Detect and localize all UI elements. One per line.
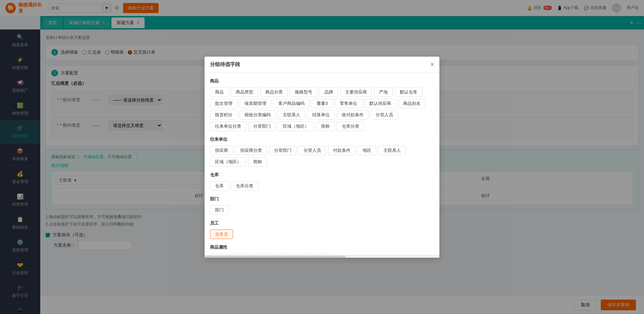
group-title-product-attr: 商品属性 bbox=[210, 244, 434, 250]
field-tag[interactable]: 分管部门 bbox=[269, 146, 297, 155]
modal-horizontal-scrollbar[interactable] bbox=[205, 255, 439, 258]
field-tag[interactable]: 规格型号 bbox=[290, 87, 317, 97]
field-group-product-attr: 商品属性 属性 颜色 多规格 尺码 鞋码 1 bbox=[210, 244, 434, 255]
field-tag[interactable]: 区域（地区） bbox=[278, 122, 314, 131]
group-title-warehouse: 仓库 bbox=[210, 172, 434, 178]
field-tag[interactable]: 商品分类 bbox=[260, 87, 288, 97]
field-tag[interactable]: 批次管理 bbox=[210, 99, 237, 108]
field-tag[interactable]: 仓库分类 bbox=[337, 122, 364, 131]
field-group-dept: 部门 部门 bbox=[210, 196, 434, 215]
field-tag[interactable]: 品牌 bbox=[319, 87, 338, 97]
field-tag[interactable]: 分管部门 bbox=[248, 122, 276, 131]
field-tag[interactable]: 主联系人 bbox=[278, 110, 305, 120]
modal-header: 分组待选字段 × bbox=[205, 57, 439, 73]
modal-title: 分组待选字段 bbox=[210, 61, 240, 68]
field-tag[interactable]: 重量3 bbox=[312, 99, 333, 108]
modal-scrollbar-thumb bbox=[205, 256, 345, 258]
field-tag[interactable]: 商品别名 bbox=[398, 99, 426, 108]
field-tag[interactable]: 收付款条件 bbox=[337, 110, 369, 120]
modal: 分组待选字段 × 商品 商品 商品类型 商品分类 规格型号 品牌 主要供应商 产… bbox=[205, 57, 439, 258]
field-group-employee: 员工 业务员 bbox=[210, 220, 434, 239]
field-tags-dept: 部门 bbox=[210, 205, 434, 215]
field-tags-employee: 业务员 bbox=[210, 230, 434, 239]
group-title-employee: 员工 bbox=[210, 220, 434, 226]
field-tag[interactable]: 简称 bbox=[248, 157, 267, 167]
field-tags-warehouse: 仓库 仓库分类 bbox=[210, 181, 434, 191]
field-tag[interactable]: 往来单位分类 bbox=[210, 122, 246, 131]
field-group-partner: 往来单位 供应商 供应商分类 分管部门 分管人员 付款条件 地区 主联系人 区域… bbox=[210, 136, 434, 167]
field-tag[interactable]: 分管人员 bbox=[371, 110, 398, 120]
field-tag[interactable]: 结算单位 bbox=[307, 110, 335, 120]
modal-close-button[interactable]: × bbox=[430, 61, 434, 68]
field-tag[interactable]: 保质期管理 bbox=[239, 99, 271, 108]
field-tag[interactable]: 默认供应商 bbox=[364, 99, 396, 108]
field-tag[interactable]: 默认仓库 bbox=[395, 87, 422, 97]
field-tag[interactable]: 仓库分类 bbox=[231, 181, 258, 191]
field-tag-employee-sales[interactable]: 业务员 bbox=[210, 230, 233, 239]
field-tags-partner: 供应商 供应商分类 分管部门 分管人员 付款条件 地区 主联系人 区域（地区） … bbox=[210, 146, 434, 167]
group-title-partner: 往来单位 bbox=[210, 136, 434, 142]
field-tag[interactable]: 地区 bbox=[358, 146, 376, 155]
field-tag[interactable]: 税收分类编码 bbox=[239, 110, 276, 120]
field-tag[interactable]: 零售单位 bbox=[335, 99, 362, 108]
group-title-dept: 部门 bbox=[210, 196, 434, 202]
field-group-warehouse: 仓库 仓库 仓库分类 bbox=[210, 172, 434, 191]
field-tag[interactable]: 简称 bbox=[316, 122, 335, 131]
field-tag[interactable]: 仓库 bbox=[210, 181, 229, 191]
field-tag[interactable]: 付款条件 bbox=[328, 146, 356, 155]
field-group-product: 商品 商品 商品类型 商品分类 规格型号 品牌 主要供应商 产地 默认仓库 批次… bbox=[210, 78, 434, 131]
field-tag[interactable]: 拣货积分 bbox=[210, 110, 237, 120]
modal-overlay[interactable]: 分组待选字段 × 商品 商品 商品类型 商品分类 规格型号 品牌 主要供应商 产… bbox=[0, 0, 644, 314]
modal-body: 商品 商品 商品类型 商品分类 规格型号 品牌 主要供应商 产地 默认仓库 批次… bbox=[205, 73, 439, 255]
field-tag[interactable]: 部门 bbox=[210, 205, 229, 215]
field-tag[interactable]: 商品 bbox=[210, 87, 229, 97]
field-tag[interactable]: 客户商品编码 bbox=[273, 99, 310, 108]
group-title-product: 商品 bbox=[210, 78, 434, 84]
field-tag[interactable]: 分管人员 bbox=[299, 146, 326, 155]
field-tag[interactable]: 供应商 bbox=[210, 146, 233, 155]
field-tag[interactable]: 供应商分类 bbox=[235, 146, 267, 155]
field-tag[interactable]: 主要供应商 bbox=[340, 87, 372, 97]
field-tag[interactable]: 商品类型 bbox=[231, 87, 258, 97]
field-tag[interactable]: 主联系人 bbox=[378, 146, 406, 155]
field-tag[interactable]: 产地 bbox=[374, 87, 393, 97]
field-tag[interactable]: 区域（地区） bbox=[210, 157, 246, 167]
field-tags-product: 商品 商品类型 商品分类 规格型号 品牌 主要供应商 产地 默认仓库 批次管理 … bbox=[210, 87, 434, 131]
